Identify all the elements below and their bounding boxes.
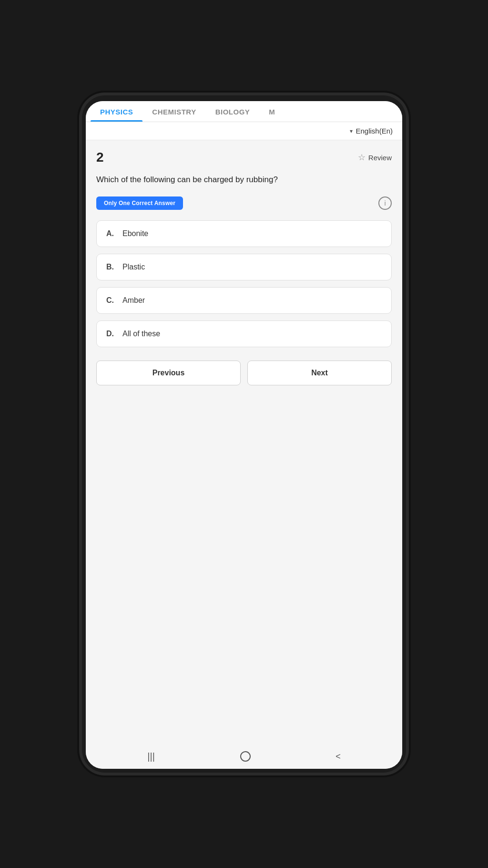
option-a-text: Ebonite — [122, 229, 148, 238]
option-b-text: Plastic — [122, 263, 145, 271]
option-b-label: B. — [106, 263, 116, 271]
tab-biology[interactable]: BIOLOGY — [206, 101, 260, 122]
option-d-text: All of these — [122, 330, 160, 338]
star-icon: ☆ — [358, 152, 366, 163]
recent-apps-icon[interactable]: ||| — [147, 751, 155, 762]
options-list: A. Ebonite B. Plastic C. Amber D. All of… — [96, 220, 392, 347]
language-selector[interactable]: ▾ English(En) — [350, 127, 393, 135]
badge-row: Only One Correct Answer i — [96, 196, 392, 210]
info-icon[interactable]: i — [378, 196, 392, 210]
content-area: 2 ☆ Review Which of the following can be… — [86, 140, 402, 744]
option-d-label: D. — [106, 330, 116, 338]
phone-screen: PHYSICS CHEMISTRY BIOLOGY M ▾ English(En… — [86, 101, 402, 769]
option-b[interactable]: B. Plastic — [96, 254, 392, 280]
next-button[interactable]: Next — [247, 361, 392, 385]
previous-button[interactable]: Previous — [96, 361, 241, 385]
chevron-down-icon: ▾ — [350, 128, 353, 134]
question-number: 2 — [96, 150, 104, 165]
android-nav-bar: ||| < — [86, 744, 402, 769]
back-icon[interactable]: < — [336, 752, 341, 762]
option-c[interactable]: C. Amber — [96, 287, 392, 314]
answer-type-badge: Only One Correct Answer — [96, 196, 183, 210]
option-a-label: A. — [106, 229, 116, 238]
tabs-bar: PHYSICS CHEMISTRY BIOLOGY M — [86, 101, 402, 122]
phone-frame: PHYSICS CHEMISTRY BIOLOGY M ▾ English(En… — [82, 95, 406, 773]
language-bar: ▾ English(En) — [86, 122, 402, 140]
home-icon[interactable] — [240, 751, 251, 762]
tab-m[interactable]: M — [259, 101, 285, 122]
nav-buttons: Previous Next — [96, 361, 392, 390]
tab-physics[interactable]: PHYSICS — [91, 101, 142, 122]
option-d[interactable]: D. All of these — [96, 320, 392, 347]
option-c-label: C. — [106, 296, 116, 305]
language-label: English(En) — [356, 127, 393, 135]
option-c-text: Amber — [122, 296, 145, 305]
review-button[interactable]: ☆ Review — [358, 152, 392, 163]
question-header: 2 ☆ Review — [96, 150, 392, 165]
option-a[interactable]: A. Ebonite — [96, 220, 392, 247]
review-label: Review — [368, 154, 392, 162]
question-text: Which of the following can be charged by… — [96, 174, 392, 186]
tab-chemistry[interactable]: CHEMISTRY — [142, 101, 205, 122]
